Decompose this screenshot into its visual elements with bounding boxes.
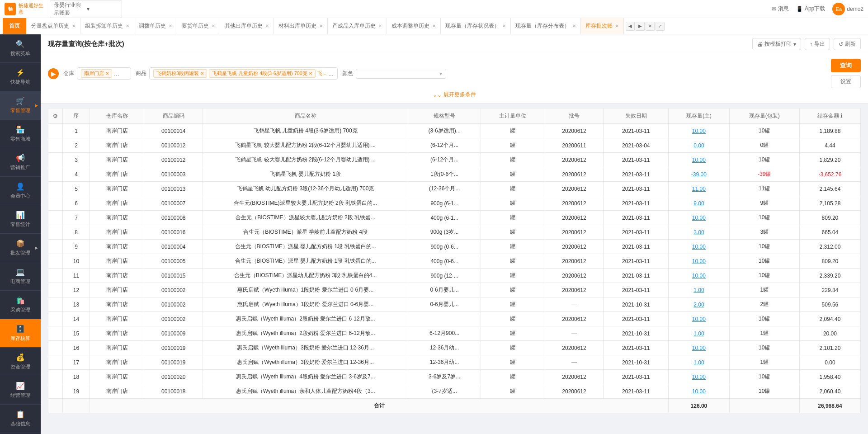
tab-close-icon[interactable]: ✕ xyxy=(319,24,323,28)
sidebar-item-quick[interactable]: ⚡ 快捷导航 xyxy=(0,63,41,91)
cell-unit: 罐 xyxy=(481,283,545,297)
product-more-dots[interactable]: ... xyxy=(328,70,334,77)
tab-label: 其他出库单历史 xyxy=(225,22,263,30)
tab-close-icon[interactable]: ✕ xyxy=(502,24,506,28)
product-tags-input[interactable]: 飞鹤奶粉3段丙罐装 ✕ 飞鹤星飞帆 儿童奶粉 4段(3-6岁适用) 700克 ✕… xyxy=(149,67,338,80)
nav-tabs: 首页 分量盘点单历史 ✕ 组装拆卸单历史 ✕ 调拨单历史 ✕ 要货单历史 ✕ 其… xyxy=(0,18,868,34)
tab-close-icon[interactable]: ✕ xyxy=(432,24,436,28)
tab-batch-voucher[interactable]: 库存批次账 ✕ xyxy=(581,18,624,34)
cell-batch: 20200612 xyxy=(545,211,604,225)
sidebar-item-marketing[interactable]: 📢 营销推广 xyxy=(0,148,41,177)
cell-batch: 20200611 xyxy=(545,138,604,153)
table-row: 18 南岸门店 00100020 惠氏启赋（Wyeth illuma）4段奶粉 … xyxy=(48,370,861,384)
cell-stock-main[interactable]: 1.00 xyxy=(669,283,729,297)
query-button[interactable]: 查询 xyxy=(831,59,861,72)
tab-other-out[interactable]: 其他出库单历史 ✕ xyxy=(220,18,274,34)
cell-stock-main[interactable]: 10.00 xyxy=(669,341,729,355)
cell-stock-main[interactable]: 10.00 xyxy=(669,269,729,283)
sidebar-item-operations[interactable]: 📈 经营管理 xyxy=(0,376,41,405)
cell-stock-main[interactable]: -39.00 xyxy=(669,167,729,182)
export-button[interactable]: ↑ 导出 xyxy=(805,38,830,50)
tab-material-out[interactable]: 材料出库单历史 ✕ xyxy=(274,18,328,34)
cell-stock-main[interactable]: 11.00 xyxy=(669,182,729,196)
product-tag-close-icon[interactable]: ✕ xyxy=(200,71,204,76)
cell-unit: 罐 xyxy=(481,196,545,211)
tab-home[interactable]: 首页 xyxy=(3,18,27,34)
sidebar-item-wholesale[interactable]: 📦 批发管理 ▶ xyxy=(0,234,41,262)
user-area[interactable]: Ea demo2 xyxy=(832,3,863,15)
sidebar-item-label: 营销推广 xyxy=(10,164,30,171)
cell-stock-main[interactable]: 10.00 xyxy=(669,240,729,254)
tab-close-icon[interactable]: ✕ xyxy=(72,24,75,28)
cell-stock-main[interactable]: 10.00 xyxy=(669,384,729,399)
sidebar-item-retail-shop[interactable]: 🏪 零售商城 xyxy=(0,120,41,148)
cell-expire: 2021-03-11 xyxy=(604,124,669,138)
cell-stock-main[interactable]: 10.00 xyxy=(669,370,729,384)
nav-close-icon[interactable]: ✕ xyxy=(646,22,655,31)
sidebar-item-purchase[interactable]: 🛍️ 采购管理 xyxy=(0,291,41,319)
nav-expand-icon[interactable]: ⤢ xyxy=(656,22,665,31)
cell-no: 16 xyxy=(63,341,90,355)
tab-close-icon[interactable]: ✕ xyxy=(615,24,619,28)
tab-adjust[interactable]: 调拨单历史 ✕ xyxy=(134,18,177,34)
nav-next-arrow[interactable]: ▶ xyxy=(636,22,645,31)
cell-stock-main[interactable]: 1.00 xyxy=(669,326,729,341)
sidebar-item-finance[interactable]: 💰 资金管理 xyxy=(0,348,41,376)
sidebar-item-member[interactable]: 👤 会员中心 xyxy=(0,177,41,205)
tab-close-icon[interactable]: ✕ xyxy=(169,24,172,28)
column-product-code: 商品编码 xyxy=(144,108,203,124)
cell-stock-main[interactable]: 10.00 xyxy=(669,124,729,138)
app-download-button[interactable]: 📱 App下载 xyxy=(796,5,825,13)
tab-close-icon[interactable]: ✕ xyxy=(212,24,215,28)
cell-stock-main[interactable]: 10.00 xyxy=(669,254,729,269)
cell-stock-main[interactable]: 10.00 xyxy=(669,312,729,326)
warehouse-tags-input[interactable]: 南岸门店 ✕ ... xyxy=(77,67,131,80)
nav-prev-arrow[interactable]: ◀ xyxy=(626,22,635,31)
tab-stock-dist[interactable]: 现存量（库存分布表） ✕ xyxy=(511,18,581,34)
tab-close-icon[interactable]: ✕ xyxy=(572,24,576,28)
sidebar-item-retail[interactable]: 🛒 零售管理 ▶ xyxy=(0,91,41,120)
workspace-selector[interactable]: 母婴行业演示账套 ▾ xyxy=(50,0,122,18)
warehouse-more-dots[interactable]: ... xyxy=(114,70,119,77)
sidebar-item-retail-stats[interactable]: 📊 零售统计 xyxy=(0,205,41,234)
cell-stock-main[interactable]: 10.00 xyxy=(669,211,729,225)
product-tag-close-icon[interactable]: ✕ xyxy=(309,71,312,76)
refresh-button[interactable]: ↺ 刷新 xyxy=(834,38,861,50)
tab-split[interactable]: 分量盘点单历史 ✕ xyxy=(27,18,80,34)
cell-stock-main[interactable]: 0.00 xyxy=(669,138,729,153)
cell-expire: 2021-03-11 xyxy=(604,167,669,182)
cell-no: 2 xyxy=(63,138,90,153)
tab-stock-status[interactable]: 现存量（库存状况表） ✕ xyxy=(441,18,511,34)
sidebar-item-inventory[interactable]: 🗄️ 库存核算 xyxy=(0,319,41,348)
cell-stock-main[interactable]: 2.00 xyxy=(669,297,729,312)
cell-gear xyxy=(48,240,63,254)
sidebar-item-basics[interactable]: 📋 基础信息 xyxy=(0,405,41,433)
sidebar-item-ecommerce[interactable]: 💻 电商管理 xyxy=(0,262,41,291)
sidebar-item-search[interactable]: 🔍 搜索英单 xyxy=(0,34,41,63)
color-tags-input[interactable]: ▾ xyxy=(356,69,446,79)
messages-button[interactable]: ✉ 消息 xyxy=(772,5,789,13)
tab-close-icon[interactable]: ✕ xyxy=(265,24,269,28)
cell-stock-main[interactable]: 1.00 xyxy=(669,355,729,370)
tab-close-icon[interactable]: ✕ xyxy=(378,24,382,28)
tab-product-in[interactable]: 产成品入库单历史 ✕ xyxy=(328,18,387,34)
expand-more-button[interactable]: ⌄⌄ 展开更多条件 xyxy=(48,91,861,99)
tab-requisition[interactable]: 要货单历史 ✕ xyxy=(177,18,220,34)
filter-toggle-button[interactable]: ▶ xyxy=(48,68,59,79)
tab-close-icon[interactable]: ✕ xyxy=(126,24,129,28)
tab-cost-adjust[interactable]: 成本调整单历史 ✕ xyxy=(387,18,441,34)
cell-stock-main[interactable]: 3.00 xyxy=(669,225,729,240)
column-gear[interactable]: ⚙ xyxy=(48,108,63,124)
cell-stock-main[interactable]: 10.00 xyxy=(669,153,729,167)
warehouse-tag-close-icon[interactable]: ✕ xyxy=(105,71,109,76)
setting-button[interactable]: 设置 xyxy=(831,75,861,88)
sidebar-item-label: 快捷导航 xyxy=(10,79,30,85)
tab-disassemble[interactable]: 组装拆卸单历史 ✕ xyxy=(80,18,134,34)
cell-stock-pack: 10罐 xyxy=(729,341,799,355)
cell-unit: 罐 xyxy=(481,297,545,312)
main-layout: 🔍 搜索英单 ⚡ 快捷导航 🛒 零售管理 ▶ 🏪 零售商城 📢 营销推广 👤 会… xyxy=(0,34,868,434)
cell-stock-main[interactable]: 9.00 xyxy=(669,196,729,211)
template-print-button[interactable]: 🖨 按模板打印 ▾ xyxy=(752,38,801,50)
cell-unit: 罐 xyxy=(481,312,545,326)
cell-stock-pack: 10罐 xyxy=(729,269,799,283)
